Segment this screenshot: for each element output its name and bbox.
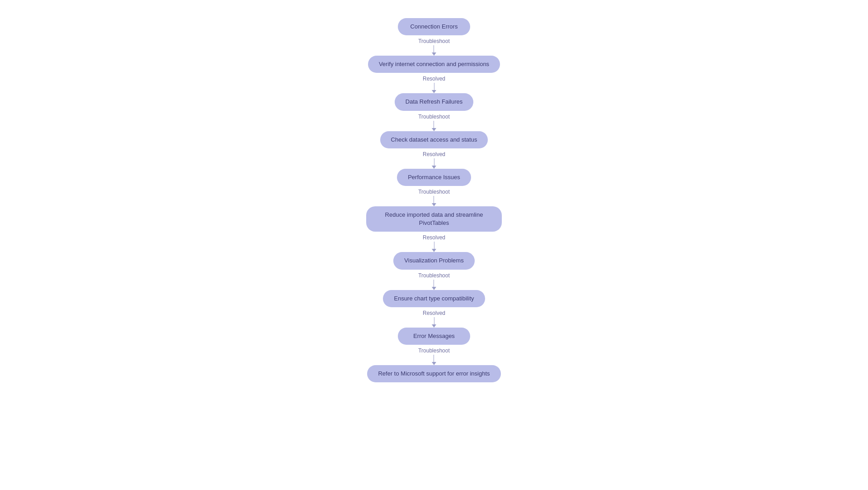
node-reduce-imported: Reduce imported data and streamline Pivo… xyxy=(366,206,502,232)
connector-label-1: Troubleshoot xyxy=(418,38,450,44)
node-visualization-problems: Visualization Problems xyxy=(393,252,474,269)
node-connection-errors: Connection Errors xyxy=(398,18,470,35)
arrow-head-9 xyxy=(432,362,436,365)
connector-2: Resolved xyxy=(423,73,445,93)
node-ensure-chart: Ensure chart type compatibility xyxy=(383,290,485,307)
connector-1: Troubleshoot xyxy=(418,35,450,56)
arrow-line-3 xyxy=(434,121,434,128)
node-check-dataset: Check dataset access and status xyxy=(380,131,488,148)
connector-label-7: Troubleshoot xyxy=(418,272,450,279)
arrow-head-3 xyxy=(432,128,436,131)
arrow-line-9 xyxy=(434,355,434,362)
connector-6: Resolved xyxy=(423,232,445,252)
node-verify-internet: Verify internet connection and permissio… xyxy=(368,56,500,73)
arrow-line-4 xyxy=(434,158,434,166)
connector-7: Troubleshoot xyxy=(418,270,450,290)
node-performance-issues: Performance Issues xyxy=(397,169,471,186)
arrow-head-4 xyxy=(432,166,436,169)
arrow-head-5 xyxy=(432,203,436,206)
connector-label-5: Troubleshoot xyxy=(418,189,450,195)
connector-label-8: Resolved xyxy=(423,310,445,316)
arrow-line-7 xyxy=(434,280,434,287)
arrow-head-7 xyxy=(432,287,436,290)
flowchart: Connection Errors Troubleshoot Verify in… xyxy=(344,9,524,391)
arrow-line-1 xyxy=(434,45,434,52)
connector-label-2: Resolved xyxy=(423,76,445,82)
connector-label-3: Troubleshoot xyxy=(418,114,450,120)
arrow-line-2 xyxy=(434,83,434,90)
connector-label-6: Resolved xyxy=(423,234,445,241)
arrow-line-6 xyxy=(434,242,434,249)
connector-9: Troubleshoot xyxy=(418,345,450,365)
arrow-head-6 xyxy=(432,249,436,252)
node-refer-microsoft: Refer to Microsoft support for error ins… xyxy=(367,365,500,382)
arrow-head-2 xyxy=(432,90,436,93)
node-error-messages: Error Messages xyxy=(398,328,470,345)
arrow-line-8 xyxy=(434,317,434,324)
node-data-refresh-failures: Data Refresh Failures xyxy=(395,93,473,110)
connector-4: Resolved xyxy=(423,148,445,169)
connector-5: Troubleshoot xyxy=(418,186,450,206)
connector-label-4: Resolved xyxy=(423,151,445,157)
arrow-head-8 xyxy=(432,324,436,328)
connector-8: Resolved xyxy=(423,307,445,328)
arrow-head-1 xyxy=(432,52,436,56)
connector-label-9: Troubleshoot xyxy=(418,347,450,354)
arrow-line-5 xyxy=(434,196,434,203)
connector-3: Troubleshoot xyxy=(418,111,450,131)
